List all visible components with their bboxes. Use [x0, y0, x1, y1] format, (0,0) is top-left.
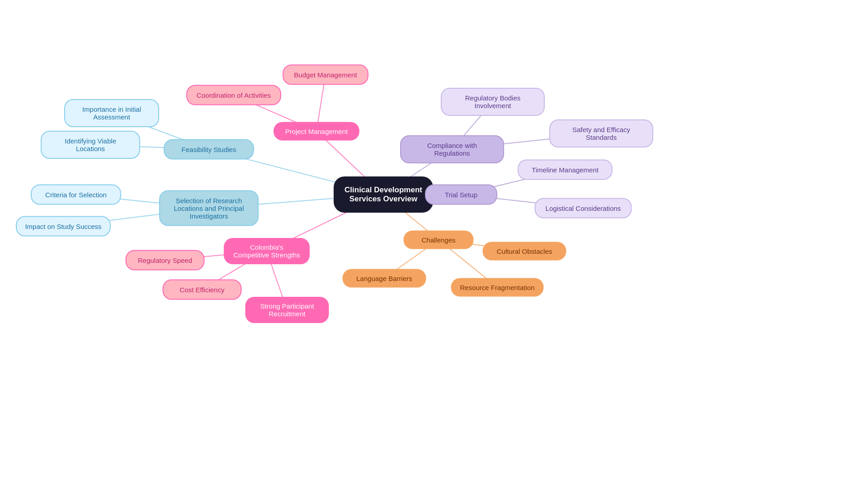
center-node[interactable]: Clinical Development Services Overview: [334, 176, 433, 213]
node-coordination[interactable]: Coordination of Activities: [186, 85, 281, 105]
node-resource[interactable]: Resource Fragmentation: [451, 278, 544, 297]
node-criteria[interactable]: Criteria for Selection: [31, 185, 121, 205]
node-strong[interactable]: Strong Participant Recruitment: [245, 297, 329, 323]
node-selection[interactable]: Selection of Research Locations and Prin…: [159, 190, 259, 226]
node-trial_setup[interactable]: Trial Setup: [425, 185, 497, 205]
node-logistical[interactable]: Logistical Considerations: [535, 198, 632, 219]
node-project[interactable]: Project Management: [274, 122, 359, 141]
node-language[interactable]: Language Barriers: [343, 269, 426, 288]
node-regulatory_bodies[interactable]: Regulatory Bodies Involvement: [441, 88, 545, 116]
node-regulatory_speed[interactable]: Regulatory Speed: [126, 250, 205, 271]
node-compliance[interactable]: Compliance with Regulations: [400, 135, 504, 163]
node-cultural[interactable]: Cultural Obstacles: [483, 242, 566, 261]
node-impact[interactable]: Impact on Study Success: [16, 216, 111, 237]
node-timeline[interactable]: Timeline Management: [518, 160, 613, 180]
node-feasibility[interactable]: Feasibility Studies: [164, 139, 254, 160]
mindmap: Clinical Development Services OverviewFe…: [0, 0, 868, 490]
node-challenges[interactable]: Challenges: [404, 231, 474, 249]
node-importance[interactable]: Importance in Initial Assessment: [64, 99, 159, 127]
node-safety[interactable]: Safety and Efficacy Standards: [549, 119, 653, 147]
node-budget[interactable]: Budget Management: [283, 65, 368, 85]
node-cost[interactable]: Cost Efficiency: [163, 280, 242, 300]
node-colombia[interactable]: Colombia's Competitive Strengths: [224, 238, 310, 264]
node-identifying[interactable]: Identifying Viable Locations: [41, 131, 140, 159]
